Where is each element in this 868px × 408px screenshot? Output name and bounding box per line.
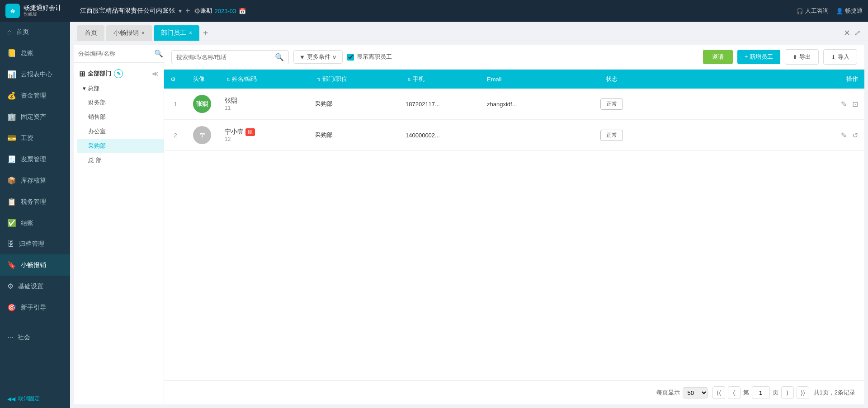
edit-emp-1-icon[interactable]: ✎ (841, 100, 847, 108)
last-page-button[interactable]: ⟩⟩ (797, 386, 809, 399)
user-info[interactable]: 👤 畅捷通 (836, 7, 863, 15)
per-page-dropdown[interactable]: 10 20 50 100 (683, 387, 708, 399)
add-employee-button[interactable]: + 新增员工 (737, 50, 780, 64)
col-name[interactable]: ⇅ 姓名/编码 (218, 70, 309, 89)
cancel-pin-button[interactable]: ◀◀ 取消固定 (0, 389, 70, 408)
company-dropdown-icon[interactable]: ▾ (179, 7, 182, 14)
employee-search-input[interactable] (176, 54, 272, 61)
sidebar-label-home: 首页 (16, 28, 29, 36)
prev-page-button[interactable]: ⟨ (728, 386, 741, 399)
home-icon: ⌂ (7, 28, 12, 36)
sidebar-item-reports[interactable]: 📊 云报表中心 (0, 64, 70, 85)
tab-employees[interactable]: 部门员工 × (154, 25, 199, 41)
sidebar-item-salary[interactable]: 💳 工资 (0, 127, 70, 149)
dept-item-sales[interactable]: 销售部 (77, 110, 164, 124)
headset-icon: 🎧 (796, 8, 803, 14)
total-records-label: 共1页，2条记录 (814, 389, 855, 397)
employee-table: ⚙ 头像 ⇅ 姓名/编码 ⇅ 部门/职位 ⇅ 手机 (164, 70, 864, 151)
employee-search-bar: 🔍 (171, 50, 289, 64)
export-button[interactable]: ⬆ 导出 (785, 49, 819, 65)
reports-icon: 📊 (7, 70, 16, 79)
filter-label: 更多条件 (307, 53, 330, 61)
user-name: 畅捷通 (845, 7, 863, 15)
logout-emp-1-icon[interactable]: ⊡ (852, 100, 858, 108)
add-company-icon[interactable]: + (185, 6, 190, 16)
tab-expense-close[interactable]: × (142, 30, 145, 36)
company-selector[interactable]: 江西服宝精品有限责任公司内账张 ▾ + ⚙ (80, 6, 200, 16)
sidebar-item-home[interactable]: ⌂ 首页 (0, 22, 70, 42)
sidebar-item-invoice[interactable]: 🧾 发票管理 (0, 149, 70, 170)
sidebar-label-inventory: 库存核算 (21, 177, 46, 185)
sidebar-item-expense[interactable]: 🔖 小畅报销 (0, 254, 70, 276)
first-page-button[interactable]: ⟨⟨ (712, 386, 725, 399)
show-resigned-checkbox[interactable] (347, 54, 354, 61)
sidebar-label-settings: 基础设置 (18, 282, 43, 291)
import-button[interactable]: ⬇ 导入 (823, 49, 857, 65)
dept-cell-1: 采购部 (309, 89, 399, 120)
dept-sort-icon: ⇅ (317, 77, 321, 82)
dept-item-general[interactable]: 总 部 (77, 153, 164, 168)
delete-emp-2-icon[interactable]: ↺ (852, 131, 858, 140)
settings-icon[interactable]: ⚙ (194, 7, 200, 15)
invite-button[interactable]: 邀请 (703, 50, 733, 64)
filter-icon: ▼ (299, 54, 305, 61)
edit-dept-button[interactable]: ✎ (114, 69, 123, 78)
sidebar-item-inventory[interactable]: 📦 库存核算 (0, 170, 70, 191)
window-controls: ✕ ⤢ (844, 28, 861, 38)
col-phone[interactable]: ⇅ 手机 (399, 70, 481, 89)
tab-employees-label: 部门员工 (161, 29, 186, 37)
col-settings[interactable]: ⚙ (164, 70, 187, 89)
dept-item-finance[interactable]: 财务部 (77, 95, 164, 110)
status-badge-2: 正常 (600, 130, 623, 141)
col-dept[interactable]: ⇅ 部门/职位 (309, 70, 399, 89)
import-label: 导入 (838, 53, 849, 61)
dept-search-input[interactable] (78, 50, 154, 57)
sidebar-item-archive[interactable]: 🗄 归档管理 (0, 234, 70, 254)
ledger-icon: 📒 (7, 49, 16, 57)
calendar-icon[interactable]: 📅 (239, 8, 246, 14)
avatar-cell-1: 张熙 (187, 89, 218, 120)
dept-search-icon[interactable]: 🔍 (154, 49, 163, 58)
filter-down-icon: ∨ (332, 54, 337, 61)
more-filter-button[interactable]: ▼ 更多条件 ∨ (293, 50, 343, 64)
sidebar-item-assets[interactable]: 🏢 固定资产 (0, 106, 70, 127)
tab-home[interactable]: 首页 (77, 25, 104, 41)
emp-code-2: 12 (225, 136, 302, 142)
col-status: 状态 (571, 70, 652, 89)
sidebar-item-settings[interactable]: ⚙ 基础设置 (0, 276, 70, 297)
per-page-label: 每页显示 (656, 389, 680, 397)
logo-icon: 会 (5, 4, 20, 18)
action-cell-1: ✎ ⊡ (652, 89, 864, 120)
sidebar-item-guide[interactable]: 🎯 新手引导 (0, 297, 70, 318)
col-op: 操作 (652, 70, 864, 89)
next-page-button[interactable]: ⟩ (781, 386, 794, 399)
page-ye-label: 页 (773, 389, 778, 397)
sidebar-item-funds[interactable]: 💰 资金管理 (0, 85, 70, 106)
action-cell-2: ✎ ↺ (652, 120, 864, 151)
email-cell-2 (481, 120, 571, 151)
tab-expense[interactable]: 小畅报销 × (106, 25, 152, 41)
sidebar-item-checkout[interactable]: ✅ 结账 (0, 212, 70, 234)
sidebar-label-guide: 新手引导 (21, 304, 46, 312)
sidebar-item-tax[interactable]: 📋 税务管理 (0, 191, 70, 212)
collapse-icon[interactable]: ≪ (152, 70, 158, 77)
dept-root-label[interactable]: ▾ 总部 (77, 82, 164, 95)
sidebar: ⌂ 首页 📒 总账 📊 云报表中心 💰 资金管理 🏢 固定资产 💳 工资 🧾 发… (0, 22, 70, 408)
col-email: Email (481, 70, 571, 89)
phone-cell-2: 140000002... (399, 120, 481, 151)
employee-search-icon[interactable]: 🔍 (275, 53, 284, 61)
customer-service[interactable]: 🎧 人工咨询 (796, 7, 829, 15)
page-number-input[interactable] (752, 386, 770, 399)
sidebar-item-more[interactable]: ··· 社会 (0, 327, 70, 348)
dept-item-purchase[interactable]: 采购部 (77, 139, 164, 153)
dept-item-office[interactable]: 办公室 (77, 124, 164, 139)
all-dept-header[interactable]: ⊞ 全部部门 ✎ ≪ (74, 66, 164, 82)
tab-expense-label: 小畅报销 (113, 29, 139, 37)
tab-employees-close[interactable]: × (189, 30, 192, 36)
maximize-window-icon[interactable]: ⤢ (854, 28, 861, 38)
sidebar-item-ledger[interactable]: 📒 总账 (0, 42, 70, 64)
edit-emp-2-icon[interactable]: ✎ (841, 131, 847, 140)
sidebar-label-invoice: 发票管理 (21, 155, 46, 164)
add-tab-button[interactable]: + (203, 28, 208, 38)
close-window-icon[interactable]: ✕ (844, 28, 850, 38)
